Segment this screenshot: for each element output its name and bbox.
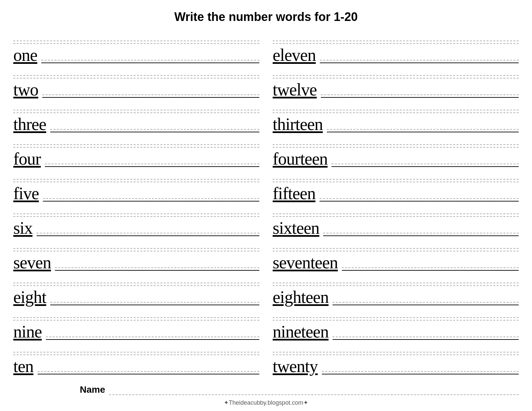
write-input-lines[interactable] (42, 94, 259, 98)
input-solid-line (332, 305, 519, 305)
dotted-line (273, 248, 519, 249)
list-item: twelve (273, 67, 519, 100)
write-input-lines[interactable] (37, 233, 259, 237)
dotted-line-2 (273, 216, 519, 217)
write-input-lines[interactable] (41, 60, 259, 64)
write-lines (273, 343, 519, 358)
write-input-lines[interactable] (332, 164, 519, 168)
input-dotted-line (38, 371, 259, 372)
list-item: four (13, 136, 259, 169)
dotted-line-2 (273, 285, 519, 286)
word-area: three (13, 116, 259, 134)
input-solid-line (55, 270, 259, 271)
write-input-lines[interactable] (43, 198, 259, 202)
word-area: twenty (273, 358, 519, 376)
dotted-line (13, 283, 259, 283)
write-lines (13, 101, 259, 116)
name-label: Name (80, 384, 105, 395)
write-lines (13, 170, 259, 185)
dotted-line (13, 179, 259, 180)
input-solid-line (342, 270, 519, 271)
write-input-lines[interactable] (45, 164, 259, 168)
write-input-lines[interactable] (323, 233, 519, 237)
dotted-line-2 (273, 43, 519, 44)
input-dotted-line (45, 164, 259, 164)
write-lines (273, 67, 519, 81)
input-solid-line (332, 166, 519, 167)
input-dotted-line (43, 198, 259, 199)
word-label: two (13, 81, 38, 98)
list-item: five (13, 170, 259, 204)
write-input-lines[interactable] (327, 129, 519, 133)
write-lines (13, 205, 259, 219)
list-item: fourteen (273, 136, 519, 169)
dotted-line (13, 352, 259, 352)
input-solid-line (43, 201, 259, 202)
word-area: fifteen (273, 185, 519, 204)
write-input-lines[interactable] (320, 60, 519, 64)
input-solid-line (45, 166, 259, 167)
write-input-lines[interactable] (332, 337, 519, 341)
name-row: Name (13, 384, 519, 395)
word-area: eleven (273, 47, 519, 65)
columns: one two (13, 32, 519, 378)
list-item: thirteen (273, 101, 519, 134)
input-solid-line (38, 374, 259, 374)
input-solid-line (320, 63, 519, 63)
input-dotted-line (342, 267, 519, 268)
dotted-line-2 (13, 251, 259, 251)
write-input-lines[interactable] (50, 302, 259, 306)
write-input-lines[interactable] (46, 337, 259, 341)
left-column: one two (13, 32, 259, 378)
word-label: nine (13, 323, 42, 341)
write-input-lines[interactable] (342, 267, 519, 271)
word-area: seventeen (273, 254, 519, 273)
word-area: nineteen (273, 323, 519, 342)
write-lines (13, 343, 259, 358)
input-dotted-line (320, 198, 519, 199)
list-item: fifteen (273, 170, 519, 204)
list-item: ten (13, 343, 259, 376)
dotted-line-2 (13, 354, 259, 355)
write-input-lines[interactable] (332, 302, 519, 306)
word-area: fourteen (273, 150, 519, 169)
write-lines (273, 32, 519, 47)
write-input-lines[interactable] (321, 94, 519, 98)
input-dotted-line (320, 60, 519, 61)
write-input-lines[interactable] (320, 198, 519, 202)
word-label: eleven (273, 47, 316, 64)
word-area: five (13, 185, 259, 204)
dotted-line (13, 248, 259, 249)
word-label: three (13, 116, 46, 133)
dotted-line (273, 110, 519, 110)
name-line[interactable] (109, 394, 519, 395)
word-area: one (13, 47, 259, 65)
write-input-lines[interactable] (50, 129, 259, 133)
input-dotted-line (37, 233, 259, 233)
dotted-line-2 (13, 112, 259, 113)
page-title: Write the number words for 1-20 (174, 10, 357, 24)
dotted-line-2 (13, 43, 259, 44)
input-dotted-line (332, 337, 519, 337)
dotted-line-2 (273, 112, 519, 113)
write-input-lines[interactable] (38, 371, 259, 375)
list-item: one (13, 32, 259, 65)
dotted-line-2 (13, 147, 259, 148)
write-input-lines[interactable] (55, 267, 259, 271)
list-item: three (13, 101, 259, 134)
word-label: thirteen (273, 116, 323, 133)
word-area: twelve (273, 81, 519, 100)
input-dotted-line (321, 94, 519, 95)
dotted-line (273, 179, 519, 180)
write-input-lines[interactable] (322, 371, 519, 375)
list-item: nineteen (273, 309, 519, 342)
dotted-line (13, 75, 259, 76)
write-lines (13, 67, 259, 81)
word-area: ten (13, 358, 259, 376)
word-area: six (13, 219, 259, 238)
dotted-line (273, 283, 519, 283)
word-label: five (13, 185, 39, 202)
word-area: seven (13, 254, 259, 273)
list-item: eighteen (273, 274, 519, 307)
worksheet: one two (13, 32, 519, 406)
